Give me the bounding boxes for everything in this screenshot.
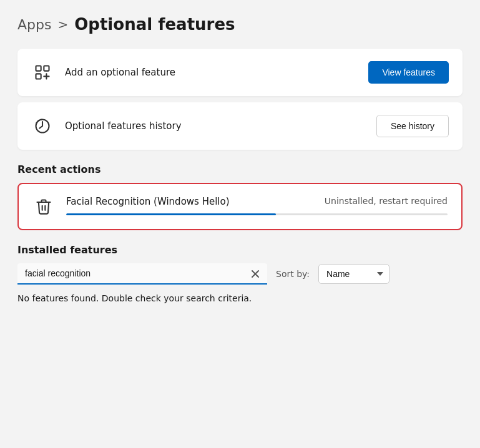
history-card: Optional features history See history xyxy=(17,102,463,150)
page-title: Optional features xyxy=(74,15,235,34)
svg-rect-1 xyxy=(44,66,49,71)
sort-select[interactable]: Name Size Install date xyxy=(318,264,389,284)
breadcrumb: Apps > Optional features xyxy=(17,15,463,34)
sort-by-label: Sort by: xyxy=(276,269,310,279)
view-features-button[interactable]: View features xyxy=(368,61,449,84)
recent-actions-title: Recent actions xyxy=(17,163,463,175)
recent-action-name: Facial Recognition (Windows Hello) xyxy=(66,195,230,208)
svg-rect-0 xyxy=(36,66,41,71)
breadcrumb-separator: > xyxy=(57,17,68,32)
see-history-button[interactable]: See history xyxy=(376,115,449,137)
history-icon xyxy=(31,115,54,137)
search-clear-button[interactable] xyxy=(248,268,262,280)
search-sort-row: Sort by: Name Size Install date xyxy=(17,263,463,285)
installed-features-title: Installed features xyxy=(17,244,463,256)
search-input[interactable] xyxy=(17,263,267,285)
progress-bar-container xyxy=(66,213,448,215)
recent-action-status: Uninstalled, restart required xyxy=(325,196,448,206)
add-feature-card: Add an optional feature View features xyxy=(17,49,463,96)
trash-icon xyxy=(32,195,55,218)
add-feature-card-left: Add an optional feature xyxy=(31,61,175,84)
svg-rect-2 xyxy=(36,74,41,79)
sort-select-wrapper: Name Size Install date xyxy=(318,264,389,284)
history-label: Optional features history xyxy=(65,120,182,132)
recent-action-item: Facial Recognition (Windows Hello) Unins… xyxy=(17,183,463,230)
apps-link[interactable]: Apps xyxy=(17,17,51,32)
add-feature-label: Add an optional feature xyxy=(65,67,175,78)
recent-action-content: Facial Recognition (Windows Hello) Unins… xyxy=(66,195,448,215)
add-feature-icon xyxy=(31,61,54,84)
progress-bar-fill xyxy=(66,213,276,215)
no-results-message: No features found. Double check your sea… xyxy=(17,293,463,303)
search-container xyxy=(17,263,267,285)
recent-action-top: Facial Recognition (Windows Hello) Unins… xyxy=(66,195,448,208)
history-card-left: Optional features history xyxy=(31,115,182,137)
